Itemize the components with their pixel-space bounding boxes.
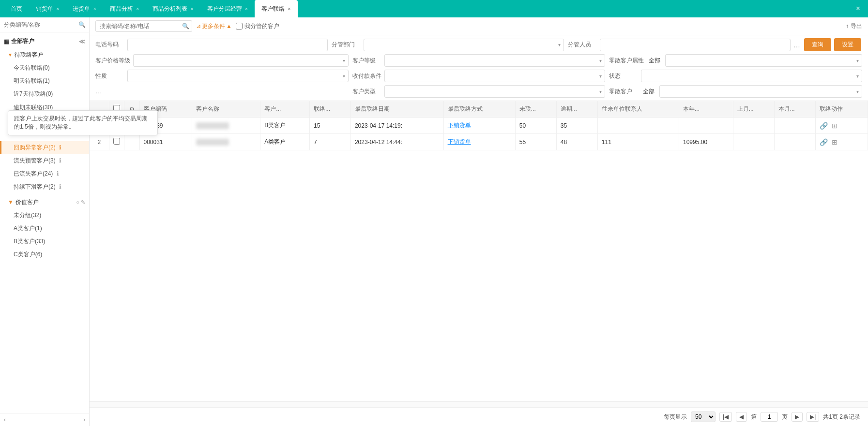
nav-tab-customer-contact-label: 客户联络 bbox=[261, 5, 285, 13]
page-first-btn[interactable]: |◀ bbox=[719, 412, 732, 422]
td-row2-last-method-link[interactable]: 下销货单 bbox=[448, 138, 471, 145]
sidebar-item-churned[interactable]: 已流失客户(24) ℹ bbox=[0, 167, 89, 180]
filter-dept-select[interactable]: ▾ bbox=[364, 39, 564, 51]
nav-tab-customer-contact-close[interactable]: × bbox=[288, 6, 290, 12]
my-customers-checkbox[interactable] bbox=[236, 23, 243, 29]
filter-phone-input[interactable] bbox=[127, 39, 328, 51]
filter-customer-grade: 客户等级 ▾ bbox=[352, 54, 606, 67]
row2-link-icon[interactable]: 🔗 bbox=[820, 138, 828, 146]
nav-tab-customer-layer[interactable]: 客户分层经营 × bbox=[200, 0, 255, 17]
nav-tab-home[interactable]: 首页 bbox=[4, 0, 29, 17]
filter-retail-attr-value: 全部 bbox=[649, 57, 660, 65]
sidebar-collapse-btn[interactable]: ≪ bbox=[79, 38, 85, 45]
pagination-page-suffix: 页 bbox=[782, 413, 788, 421]
sidebar-item-unclassified-label: 未分组(32) bbox=[14, 212, 41, 219]
nav-tab-analysis-list[interactable]: 商品分析列表 × bbox=[146, 0, 200, 17]
sidebar-item-churn-warning[interactable]: 流失预警客户(3) ℹ bbox=[0, 154, 89, 167]
td-row2-overdue: 48 bbox=[556, 134, 597, 150]
customer-table: ⚙ 客户编码 客户名称 客户... 联络... bbox=[90, 101, 868, 150]
nav-tab-sales-label: 销货单 bbox=[36, 5, 53, 13]
filter-payment-select[interactable]: ▾ bbox=[384, 70, 606, 82]
filter-customer-type-select[interactable]: ▾ bbox=[384, 85, 606, 98]
filter-status: 状态 ▾ bbox=[609, 70, 862, 82]
nav-tab-purchase-close[interactable]: × bbox=[93, 6, 96, 12]
dots-btn-left[interactable]: … bbox=[95, 88, 101, 95]
chevron-down-icon-type: ▾ bbox=[599, 89, 602, 94]
nav-tab-customer-contact[interactable]: 客户联络 × bbox=[255, 0, 297, 17]
row2-checkbox[interactable] bbox=[113, 138, 120, 145]
triangle-icon-pending: ▼ bbox=[8, 52, 13, 58]
pagination-per-page-select[interactable]: 50 100 bbox=[691, 411, 716, 422]
filter-retail-customer-select[interactable]: ▾ bbox=[659, 85, 862, 98]
page-prev-btn[interactable]: ◀ bbox=[736, 412, 747, 422]
sidebar-item-c-class[interactable]: C类客户(6) bbox=[0, 248, 89, 261]
dots-btn-manager[interactable]: … bbox=[793, 41, 800, 49]
chevron-down-icon-gender: ▾ bbox=[343, 73, 345, 79]
th-last-month-label: 上月... bbox=[737, 105, 754, 112]
sidebar-item-a-class[interactable]: A类客户(1) bbox=[0, 222, 89, 235]
filter-payment-label: 收付款条件 bbox=[352, 72, 381, 80]
td-row1-last-method-link[interactable]: 下销货单 bbox=[448, 122, 471, 129]
td-row2-this-year: 10995.00 bbox=[679, 134, 733, 150]
sidebar-nav-right[interactable]: › bbox=[83, 416, 85, 423]
td-row1-contact: 15 bbox=[309, 118, 350, 134]
nav-tab-purchase[interactable]: 进货单 × bbox=[66, 0, 103, 17]
nav-tab-sales[interactable]: 销货单 × bbox=[29, 0, 66, 17]
scroll-bar-area[interactable] bbox=[90, 401, 868, 407]
sidebar-section-pending[interactable]: ▼ 待联络客户 bbox=[0, 48, 89, 61]
sidebar-item-today[interactable]: 今天待联络(0) bbox=[0, 61, 89, 74]
filter-customer-grade-select[interactable]: ▾ bbox=[384, 54, 606, 67]
export-btn[interactable]: ↑ 导出 bbox=[846, 22, 862, 30]
filter-retail-attr-select[interactable]: ▾ bbox=[665, 54, 862, 67]
search-input[interactable] bbox=[95, 20, 192, 32]
my-customers-toggle[interactable]: 我分管的客户 bbox=[236, 22, 279, 30]
sidebar-edit-btn[interactable]: ○ ✎ bbox=[76, 199, 85, 206]
nav-tab-customer-layer-close[interactable]: × bbox=[245, 6, 248, 12]
sidebar-item-declining[interactable]: 持续下滑客户(2) ℹ bbox=[0, 180, 89, 193]
pagination-per-page-label: 每页显示 bbox=[664, 413, 687, 421]
filter-gender: 性质 ▾ bbox=[95, 70, 349, 82]
nav-tab-sales-close[interactable]: × bbox=[56, 6, 59, 12]
sidebar-search-icon[interactable]: 🔍 bbox=[78, 21, 86, 28]
filter-price-grade-select[interactable]: ▾ bbox=[133, 54, 349, 67]
filter-status-select[interactable]: ▾ bbox=[641, 70, 862, 82]
sidebar-item-repurchase-anomaly[interactable]: 回购异常客户(2) ℹ bbox=[0, 141, 89, 154]
sidebar-item-tomorrow[interactable]: 明天待联络(1) bbox=[0, 74, 89, 88]
td-row1-last-date: 2023-04-17 14:19: bbox=[350, 118, 443, 134]
filter-gender-select[interactable]: ▾ bbox=[127, 70, 349, 82]
nav-tab-analysis-close[interactable]: × bbox=[136, 6, 139, 12]
td-row2-setting bbox=[124, 134, 139, 150]
tooltip-box: 距客户上次交易时长，超过了此客户的平均交易周期的1.5倍，则视为异常。 bbox=[8, 110, 89, 135]
sidebar-item-unclassified[interactable]: 未分组(32) bbox=[0, 209, 89, 222]
row2-grid-icon[interactable]: ⊞ bbox=[832, 138, 838, 146]
info-icon-churned: ℹ bbox=[57, 170, 59, 177]
query-button[interactable]: 查询 bbox=[804, 38, 831, 51]
setting-button[interactable]: 设置 bbox=[834, 38, 861, 51]
nav-tab-analysis[interactable]: 商品分析 × bbox=[103, 0, 146, 17]
nav-tab-analysis-list-close[interactable]: × bbox=[190, 6, 193, 12]
nav-tab-analysis-list-label: 商品分析列表 bbox=[152, 5, 187, 13]
filter-manager-select[interactable] bbox=[600, 39, 791, 51]
tooltip-text: 距客户上次交易时长，超过了此客户的平均交易周期的1.5倍，则视为异常。 bbox=[14, 115, 89, 130]
filter-phone-label: 电话号码 bbox=[95, 41, 124, 49]
pagination-page-input[interactable] bbox=[761, 412, 778, 422]
page-next-btn[interactable]: ▶ bbox=[792, 412, 803, 422]
window-close-button[interactable]: × bbox=[852, 4, 864, 13]
sidebar-all-customers[interactable]: ▦ 全部客户 ≪ bbox=[0, 34, 89, 48]
more-conditions-btn[interactable]: ⊿ 更多条件 ▲ bbox=[196, 22, 232, 30]
row1-grid-icon[interactable]: ⊞ bbox=[832, 122, 838, 130]
filter-customer-type: … bbox=[95, 88, 349, 95]
td-row1-this-year bbox=[679, 118, 733, 134]
sidebar-item-b-class[interactable]: B类客户(33) bbox=[0, 235, 89, 248]
sidebar-nav-left[interactable]: ‹ bbox=[4, 416, 6, 423]
nav-tab-analysis-label: 商品分析 bbox=[110, 5, 133, 13]
sidebar-item-7days[interactable]: 近7天待联络(0) bbox=[0, 88, 89, 101]
search-icon[interactable]: 🔍 bbox=[182, 23, 189, 29]
page-last-btn[interactable]: ▶| bbox=[807, 412, 819, 422]
sidebar-search-input[interactable] bbox=[4, 21, 76, 28]
td-row2-code: 000031 bbox=[139, 134, 192, 150]
row1-link-icon[interactable]: 🔗 bbox=[820, 122, 828, 130]
th-last-contact-method: 最后联络方式 bbox=[443, 101, 515, 118]
sidebar-section-value[interactable]: ▼ 价值客户 ○ ✎ bbox=[0, 196, 89, 209]
th-unit-contact-label: 往来单位联系人 bbox=[602, 105, 642, 112]
